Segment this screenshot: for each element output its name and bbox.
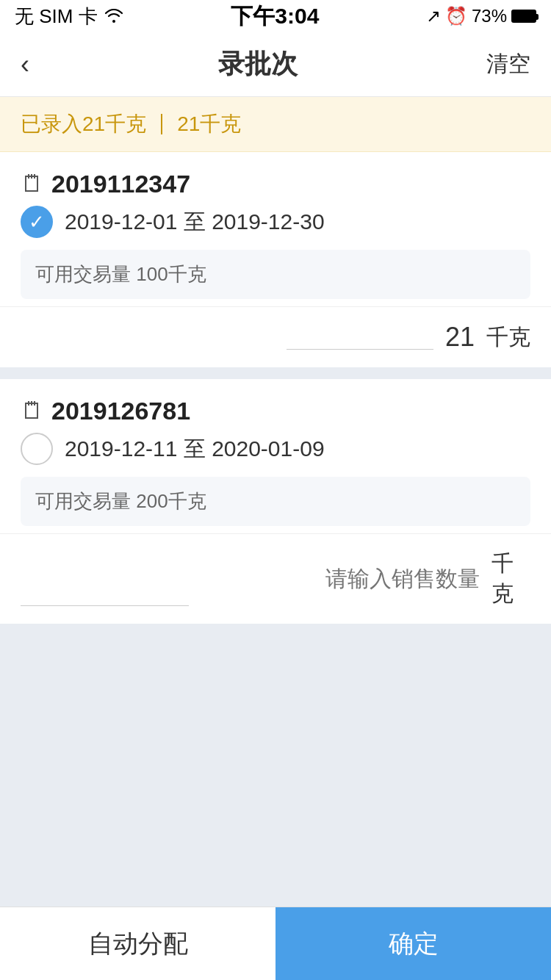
batch-item-1: 🗒 2019112347 ✓ 2019-12-01 至 2019-12-30 可… <box>0 152 551 367</box>
input-underline-2 <box>21 605 189 606</box>
batch-date-row-1[interactable]: ✓ 2019-12-01 至 2019-12-30 <box>0 206 551 250</box>
status-bar: 无 SIM 卡 下午3:04 ↗ ⏰ 73% <box>0 0 551 32</box>
batch-doc-icon-2: 🗒 <box>21 397 44 425</box>
recorded-value: 21千克 <box>177 110 241 138</box>
back-button[interactable]: ‹ <box>21 49 29 80</box>
radio-button-1[interactable]: ✓ <box>21 206 53 238</box>
auto-assign-button[interactable]: 自动分配 <box>0 907 276 980</box>
wifi-icon <box>104 5 124 28</box>
batch-header-1: 🗒 2019112347 <box>0 152 551 206</box>
quantity-value-1: 21 <box>445 322 475 353</box>
batch-available-2: 可用交易量 200千克 <box>21 477 530 526</box>
radio-button-2[interactable] <box>21 433 53 465</box>
battery-icon <box>511 10 536 23</box>
quantity-row-1: 21 千克 <box>0 306 551 367</box>
input-row-2: 千克 <box>0 533 551 624</box>
batch-available-1: 可用交易量 100千克 <box>21 250 530 299</box>
quantity-unit-1: 千克 <box>486 323 530 353</box>
location-icon: ↗ <box>426 6 441 26</box>
recorded-label: 已录入21千克 <box>21 110 146 138</box>
bottom-spacer <box>0 624 551 947</box>
quantity-input-2[interactable] <box>201 566 480 591</box>
batch-item-2: 🗒 2019126781 2019-12-11 至 2020-01-09 可用交… <box>0 379 551 624</box>
clear-button[interactable]: 清空 <box>486 49 530 79</box>
page-title: 录批次 <box>218 46 298 82</box>
info-banner: 已录入21千克 21千克 <box>0 97 551 152</box>
alarm-icon: ⏰ <box>445 6 467 26</box>
confirm-button[interactable]: 确定 <box>276 907 551 980</box>
section-separator <box>0 367 551 379</box>
input-unit-2: 千克 <box>491 549 530 609</box>
nav-bar: ‹ 录批次 清空 <box>0 32 551 97</box>
no-sim-text: 无 SIM 卡 <box>15 4 98 29</box>
batch-header-2: 🗒 2019126781 <box>0 379 551 433</box>
quantity-divider-1 <box>287 349 433 350</box>
status-right: ↗ ⏰ 73% <box>426 6 536 26</box>
status-left: 无 SIM 卡 <box>15 4 124 29</box>
batch-doc-icon-1: 🗒 <box>21 170 44 198</box>
batch-date-row-2[interactable]: 2019-12-11 至 2020-01-09 <box>0 433 551 477</box>
battery-text: 73% <box>472 6 507 26</box>
batch-id-2: 2019126781 <box>51 397 190 425</box>
check-icon-1: ✓ <box>29 212 45 231</box>
bottom-bar: 自动分配 确定 <box>0 907 551 980</box>
batch-date-1: 2019-12-01 至 2019-12-30 <box>65 207 325 237</box>
batch-date-2: 2019-12-11 至 2020-01-09 <box>65 434 325 464</box>
info-divider <box>161 114 162 134</box>
batch-id-1: 2019112347 <box>51 170 190 198</box>
status-time: 下午3:04 <box>231 1 319 32</box>
